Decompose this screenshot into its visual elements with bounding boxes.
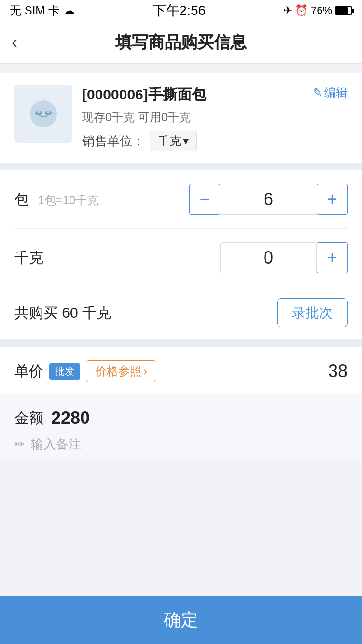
price-section: 单价 批发 价格参照 › 38 [0,347,362,394]
empty-area [0,461,362,605]
pencil-icon: ✏ [14,437,25,452]
battery-icon [335,6,352,15]
pack-label: 包 1包=10千克 [14,190,189,210]
price-tag-batch: 批发 [49,363,80,380]
chevron-down-icon: ▾ [183,134,189,148]
section-divider-2 [0,339,362,347]
nav-bar: ‹ 填写商品购买信息 [0,21,362,64]
price-ref-button[interactable]: 价格参照 › [86,360,156,382]
pack-input-row: 包 1包=10千克 − + [14,170,348,229]
batch-button[interactable]: 录批次 [277,298,348,327]
product-name: [0000006]手撕面包 [82,85,348,105]
kg-qty-input[interactable] [220,242,317,273]
note-placeholder: 输入备注 [31,436,81,453]
product-unit-row: 销售单位： 千克 ▾ [82,131,348,151]
kg-input-row: 千克 + [14,229,348,287]
status-time: 下午2:56 [153,1,206,20]
product-section: [0000006]手撕面包 现存0千克 可用0千克 销售单位： 千克 ▾ ✎ 编… [0,73,362,163]
product-image [14,85,72,143]
status-left: 无 SIM 卡 ☁ [10,3,75,18]
amount-label: 金额 [14,408,43,428]
kg-qty-control: + [220,242,348,273]
location-icon: ✈ [283,4,292,17]
unit-selector[interactable]: 千克 ▾ [150,131,197,151]
total-row: 共购买 60 千克 录批次 [0,287,362,339]
product-stock: 现存0千克 可用0千克 [82,110,348,125]
svg-point-0 [30,100,57,127]
amount-section: 金额 2280 ✏ 输入备注 [0,394,362,461]
battery-level: 76% [311,4,332,17]
pack-minus-button[interactable]: − [189,184,220,215]
unit-label: 销售单位： [82,133,145,150]
note-row[interactable]: ✏ 输入备注 [14,436,348,453]
edit-button[interactable]: ✎ 编辑 [313,85,348,100]
price-left: 单价 批发 价格参照 › [14,360,156,382]
quantity-section: 包 1包=10千克 − + 千克 + [0,170,362,287]
status-right: ✈ ⏰ 76% [283,4,352,17]
kg-plus-button[interactable]: + [317,242,348,273]
svg-point-3 [37,111,40,113]
price-label: 单价 [14,362,43,381]
sim-status: 无 SIM 卡 ☁ [10,3,75,18]
pack-hint: 1包=10千克 [38,194,98,207]
pack-qty-input[interactable] [220,184,317,215]
price-value: 38 [328,361,348,381]
kg-label: 千克 [14,248,220,268]
edit-icon: ✎ [313,86,322,99]
amount-row: 金额 2280 [14,408,348,428]
chevron-right-icon: › [143,364,147,378]
pack-plus-button[interactable]: + [317,184,348,215]
product-logo-icon [29,99,58,128]
pack-qty-control: − + [189,184,348,215]
total-text: 共购买 60 千克 [14,303,111,323]
status-bar: 无 SIM 卡 ☁ 下午2:56 ✈ ⏰ 76% [0,0,362,21]
product-info: [0000006]手撕面包 现存0千克 可用0千克 销售单位： 千克 ▾ [82,85,348,151]
page-title: 填写商品购买信息 [115,31,247,54]
amount-value: 2280 [51,408,90,428]
back-button[interactable]: ‹ [12,32,17,53]
alarm-icon: ⏰ [295,4,308,17]
svg-point-4 [47,111,50,113]
section-divider-1 [0,163,362,170]
price-row: 单价 批发 价格参照 › 38 [14,360,348,382]
confirm-button[interactable]: 确定 [0,596,362,644]
